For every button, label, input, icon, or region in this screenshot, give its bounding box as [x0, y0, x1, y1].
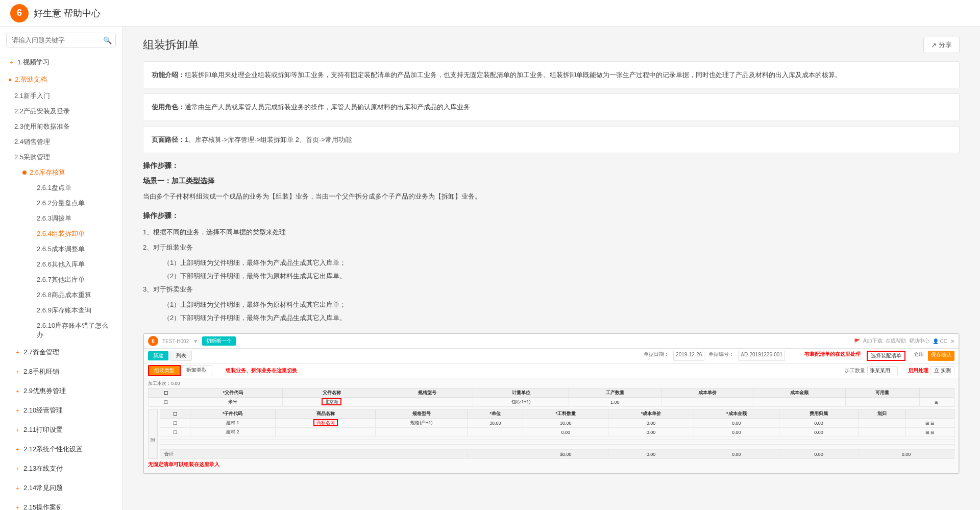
annotation-nofixed-area: 无固定清单可以组装在这里录入: [148, 461, 954, 471]
sidebar-item-2-6-2[interactable]: 2.6.2分量盘点单: [37, 196, 122, 211]
mock-tab-new[interactable]: 新建: [148, 351, 168, 360]
mock-enable-btn[interactable]: 立 实测: [930, 366, 954, 375]
sub-col-check: ☐: [160, 409, 190, 419]
mock-tab-list[interactable]: 列表: [170, 351, 192, 361]
sidebar-item-video[interactable]: ＋ 1.视频学习: [0, 54, 122, 71]
sub-row1-name: 商标名词: [275, 419, 375, 428]
sidebar-item-2-6-5[interactable]: 2.6.5成本调整单: [37, 241, 122, 257]
sidebar-item-2-6-4[interactable]: 2.6.4组装拆卸单: [37, 226, 122, 241]
sidebar-item-2-6-7[interactable]: 2.6.7其他出库单: [37, 272, 122, 287]
annotation-bom: 有装配清单的在这里处理: [804, 351, 861, 361]
foot-total2: 0.00: [694, 450, 779, 459]
page-title: 组装拆卸单: [143, 37, 199, 53]
sidebar-item-2-3[interactable]: 2.3使用前数据准备: [14, 119, 122, 134]
main-content: 组装拆卸单 ↗ 分享 功能介绍：组装拆卸单用来处理企业组装或拆卸等加工业务，支持…: [122, 27, 980, 510]
cell-check-1[interactable]: ☐: [149, 398, 183, 407]
sub-row2-avail: 0.00: [779, 428, 858, 437]
col-goods-code: *父件代码: [183, 388, 283, 398]
sidebar-item-2-5[interactable]: 2.5采购管理: [14, 150, 122, 165]
share-button[interactable]: ↗ 分享: [923, 37, 960, 53]
sidebar-item-2-6[interactable]: 2.6库存核算: [14, 165, 122, 180]
sidebar-item-2-6-8[interactable]: 2.6.8商品成本重算: [37, 287, 122, 303]
sidebar-item-2-8[interactable]: ＋ 2.8手机旺铺: [14, 362, 122, 381]
sub-row2-unit: [468, 428, 523, 437]
sidebar-item-2-6-10[interactable]: 2.6.10库存账本错了怎么办: [37, 318, 122, 343]
sub-col-qty: *工料数量: [523, 409, 608, 419]
mock-field-no[interactable]: AD-20191226-001: [738, 351, 785, 361]
role-label: 使用角色：: [152, 103, 185, 111]
foot-avail: 0.00: [779, 450, 858, 459]
sidebar-item-2-1[interactable]: 2.1新手入门: [14, 88, 122, 104]
sidebar-item-2-9[interactable]: ＋ 2.9优惠券管理: [14, 381, 122, 401]
col-check: ☐: [149, 388, 183, 398]
step-3: 3、对于拆卖业务: [143, 283, 960, 296]
scene1-desc: 当由多个子件材料组装成一个成品的业务为【组装】业务，当由一个父件拆分成多个子产品…: [143, 190, 960, 203]
sub-col-unit: *单位: [468, 409, 523, 419]
screenshot-container: 6 TEST-H002 ▼ 切断断一个 🚩 App下载 在线帮助 帮助中心 👤 …: [143, 333, 960, 474]
sidebar-item-2-6-1[interactable]: 2.6.1盘点单: [37, 180, 122, 196]
mock-icon-app: App下载: [863, 337, 883, 345]
sidebar-item-2-14[interactable]: ＋ 2.14常见问题: [14, 478, 122, 498]
sidebar-item-2-6-9[interactable]: 2.6.9库存账本查询: [37, 303, 122, 318]
mock-field-confirm-btn[interactable]: 保存确认: [928, 351, 954, 361]
mock-icon-flag: 🚩: [854, 338, 860, 344]
mock-field-date-label: 单据日期：: [644, 351, 669, 361]
sidebar-item-2-7[interactable]: ＋ 2.7资金管理: [14, 343, 122, 362]
mock-type-disassemble[interactable]: 拆卸类型: [181, 365, 212, 376]
mock-logo: 6: [148, 336, 158, 346]
sub-row2-spec: [376, 428, 468, 437]
sub-row2-op: ⊞ ⊟: [906, 428, 954, 437]
search-input[interactable]: [6, 33, 116, 47]
step-2-2: （2）下部明细为子件明细，最终作为原材料生成其它出库单。: [143, 270, 960, 283]
cell-op-1: ⊞: [919, 398, 954, 407]
mock-user: 👤 CC: [933, 338, 947, 344]
mock-side-panel: 附: [148, 409, 158, 459]
sidebar-item-2-15[interactable]: ＋ 2.15操作案例: [14, 498, 122, 510]
sidebar-docs-children: 2.1新手入门 2.2产品安装及登录 2.3使用前数据准备 2.4销售管理 2.…: [0, 88, 122, 510]
cell-name-highlight[interactable]: 北京海: [322, 398, 341, 405]
mock-count-label: 加工本次：0.00: [148, 380, 954, 387]
share-label: 分享: [939, 40, 952, 50]
main-layout: 🔍 ＋ 1.视频学习 ● 2.帮助文档 2.1新手入门 2.2产品安装及登录 2…: [0, 27, 980, 510]
mock-quantity-input[interactable]: 张某某用: [867, 366, 898, 375]
func-intro-block: 功能介绍：组装拆卸单用来处理企业组装或拆卸等加工业务，支持有固定装配清单的产品加…: [143, 61, 960, 88]
sub-row2-cost: 0.00: [608, 428, 694, 437]
mock-field-no-label: 单据编号：: [708, 351, 734, 361]
sub-row1-total: 0.00: [694, 419, 779, 428]
sidebar-item-docs[interactable]: ● 2.帮助文档: [0, 71, 122, 88]
sub-name-highlight[interactable]: 商标名词: [313, 419, 338, 426]
cell-unit-1: 包/(≥1+1): [473, 398, 569, 407]
func-intro-label: 功能介绍：: [152, 71, 185, 79]
site-name: 好生意 帮助中心: [34, 7, 101, 19]
mock-field-date[interactable]: 2019-12-26: [673, 351, 704, 361]
sidebar-item-2-10[interactable]: ＋ 2.10经营管理: [14, 401, 122, 420]
col-spec: 规格型号: [381, 388, 473, 398]
mock-lower-table: ☐ *子件代码 商品名称 规格型号 *单位 *工料数量 *成本单价 *成本金额: [160, 409, 954, 459]
cell-price-1: [661, 398, 753, 407]
sidebar-item-2-11[interactable]: ＋ 2.11打印设置: [14, 420, 122, 440]
mock-app-window: 6 TEST-H002 ▼ 切断断一个 🚩 App下载 在线帮助 帮助中心 👤 …: [143, 333, 959, 474]
sidebar-item-2-2[interactable]: 2.2产品安装及登录: [14, 104, 122, 119]
sidebar-item-2-12[interactable]: ＋ 2.12系统个性化设置: [14, 440, 122, 459]
mock-select-bom[interactable]: 选择装配清单: [867, 351, 905, 361]
mock-nav-text: TEST-H002: [162, 338, 189, 344]
sidebar-item-2-13[interactable]: ＋ 2.13在线支付: [14, 459, 122, 478]
mock-upper-table: ☐ *父件代码 父件名称 规格型号 计量单位 工产数量 成本单价 成本金额 可用…: [148, 388, 954, 407]
ops-steps-title: 操作步骤：: [143, 211, 960, 221]
sub-row2-check[interactable]: ☐: [160, 428, 190, 437]
sidebar-item-2-6-6[interactable]: 2.6.6其他入库单: [37, 257, 122, 272]
sub-col-cost: *成本单价: [608, 409, 694, 419]
foot-qty: [468, 450, 523, 459]
mock-icon-help: 在线帮助: [886, 337, 906, 345]
sidebar-item-2-4[interactable]: 2.4销售管理: [14, 134, 122, 150]
sidebar-item-2-6-3[interactable]: 2.6.3调拨单: [37, 211, 122, 226]
sidebar: 🔍 ＋ 1.视频学习 ● 2.帮助文档 2.1新手入门 2.2产品安装及登录 2…: [0, 27, 122, 510]
share-icon: ↗: [931, 41, 937, 49]
ops-title: 操作步骤：: [143, 161, 960, 171]
sub-row1-check[interactable]: ☐: [160, 419, 190, 428]
sub-row1-qty: 30.00: [523, 419, 608, 428]
mock-field-warehouse-label: 仓库: [914, 351, 924, 361]
minus-icon: ●: [8, 76, 12, 83]
mock-type-assemble[interactable]: 组装类型: [148, 365, 181, 376]
annotation-enable: 启用处理: [908, 367, 928, 374]
